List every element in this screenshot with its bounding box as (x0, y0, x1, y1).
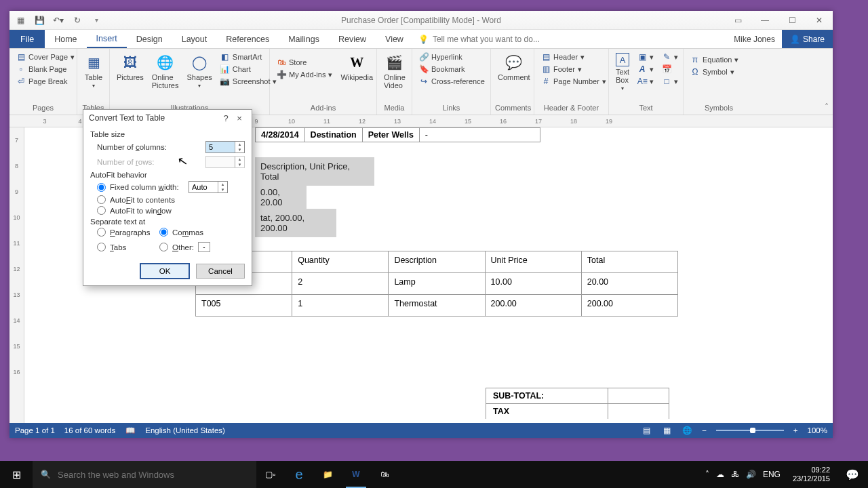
tab-insert[interactable]: Insert (87, 30, 127, 48)
file-explorer-icon[interactable]: 📁 (313, 461, 342, 488)
sep-paragraphs-radio[interactable] (97, 228, 106, 237)
page-number-button[interactable]: #Page Number ▾ (538, 76, 609, 87)
comment-button[interactable]: 💬Comment (495, 52, 533, 83)
tab-home[interactable]: Home (45, 30, 86, 48)
bookmark-button[interactable]: 🔖Bookmark (416, 64, 488, 75)
taskbar-search-input[interactable] (58, 470, 248, 480)
cross-reference-button[interactable]: ↪Cross-reference (416, 76, 488, 87)
sep-other-input[interactable] (198, 242, 210, 252)
doc-header-row: 4/28/2014 Destination Peter Wells - (255, 127, 540, 142)
zoom-in-icon[interactable]: + (793, 426, 798, 434)
status-page[interactable]: Page 1 of 1 (15, 426, 55, 434)
undo-icon[interactable]: ↶▾ (52, 14, 65, 27)
wikipedia-button[interactable]: WWikipedia (338, 52, 376, 83)
num-columns-input[interactable] (206, 142, 235, 152)
num-columns-spinner[interactable]: ▲▼ (205, 141, 245, 153)
tab-design[interactable]: Design (127, 30, 172, 48)
spellcheck-icon[interactable]: 📖 (125, 425, 136, 436)
online-video-button[interactable]: 🎬Online Video (381, 52, 408, 91)
tab-review[interactable]: Review (329, 30, 376, 48)
zoom-level[interactable]: 100% (808, 426, 827, 434)
sep-commas-radio[interactable] (159, 228, 168, 237)
header-button[interactable]: ▤Header ▾ (538, 52, 609, 62)
print-layout-icon[interactable]: ▦ (661, 425, 672, 436)
status-words[interactable]: 16 of 60 words (64, 426, 115, 434)
action-center-icon[interactable]: 💬 (837, 461, 868, 488)
object-button[interactable]: □▾ (659, 76, 681, 87)
cover-page-button[interactable]: ▤Cover Page ▾ (14, 52, 77, 62)
qat-customize-icon[interactable]: ▾ (90, 14, 103, 27)
redo-icon[interactable]: ↻ (71, 14, 84, 27)
ok-button[interactable]: OK (140, 264, 189, 279)
titlebar: ▦ 💾 ↶▾ ↻ ▾ Purchase Order [Compatibility… (9, 11, 833, 30)
maximize-icon[interactable]: ☐ (778, 12, 806, 29)
collapse-ribbon-icon[interactable]: ˄ (825, 102, 829, 112)
store-button[interactable]: 🛍Store (274, 57, 335, 68)
page-break-button[interactable]: ⏎Page Break (14, 76, 77, 87)
zoom-out-icon[interactable]: − (702, 426, 707, 434)
my-addins-button[interactable]: ➕My Add-ins ▾ (274, 69, 335, 80)
quick-parts-button[interactable]: ▣▾ (635, 52, 656, 62)
equation-button[interactable]: πEquation ▾ (688, 54, 741, 65)
fixed-width-input[interactable] (189, 182, 218, 192)
autofit-window-radio[interactable] (97, 206, 106, 215)
tray-onedrive-icon[interactable]: ☁ (716, 470, 724, 479)
tab-view[interactable]: View (376, 30, 413, 48)
tab-mailings[interactable]: Mailings (279, 30, 329, 48)
tab-file[interactable]: File (9, 30, 45, 48)
wordart-button[interactable]: A▾ (635, 64, 656, 75)
word-taskbar-icon[interactable]: W (342, 461, 370, 488)
symbol-button[interactable]: ΩSymbol ▾ (688, 66, 741, 77)
task-view-icon[interactable]: ▢▫ (256, 461, 285, 488)
store-taskbar-icon[interactable]: 🛍 (370, 461, 399, 488)
tray-volume-icon[interactable]: 🔊 (746, 470, 756, 479)
group-media-label: Media (381, 102, 408, 115)
ribbon-options-icon[interactable]: ▭ (724, 12, 751, 29)
fixed-width-spinner[interactable]: ▲▼ (189, 181, 228, 193)
tray-clock[interactable]: 09:22 23/12/2015 (786, 466, 837, 483)
table-button[interactable]: ▦Table▾ (81, 52, 106, 90)
dialog-close-icon[interactable]: × (233, 113, 246, 123)
pictures-button[interactable]: 🖼Pictures (114, 52, 146, 83)
windows-taskbar: ⊞ 🔍 ▢▫ e 📁 W 🛍 ˄ ☁ 🖧 🔊 ENG 09:22 23/12/2… (0, 461, 868, 488)
read-mode-icon[interactable]: ▤ (641, 425, 652, 436)
cancel-button[interactable]: Cancel (196, 264, 245, 279)
textbox-icon: A (616, 53, 629, 66)
tab-layout[interactable]: Layout (172, 30, 217, 48)
sep-tabs-radio[interactable] (97, 243, 106, 251)
save-icon[interactable]: 💾 (33, 14, 46, 27)
vertical-ruler[interactable]: 78910111213141516 (9, 127, 24, 423)
footer-button[interactable]: ▥Footer ▾ (538, 64, 609, 75)
signature-button[interactable]: ✎▾ (659, 52, 681, 62)
text-box-button[interactable]: AText Box▾ (613, 52, 632, 93)
minimize-icon[interactable]: — (751, 12, 778, 29)
zoom-slider[interactable] (716, 430, 784, 431)
datetime-button[interactable]: 📅 (659, 64, 681, 75)
tab-references[interactable]: References (216, 30, 279, 48)
hyperlink-button[interactable]: 🔗Hyperlink (416, 52, 488, 62)
edge-icon[interactable]: e (285, 461, 313, 488)
status-language[interactable]: English (United States) (145, 426, 225, 434)
account-name[interactable]: Mike Jones (727, 30, 782, 48)
share-icon: 👤 (790, 35, 800, 44)
autofit-contents-radio[interactable] (97, 195, 106, 204)
online-pictures-button[interactable]: 🌐Online Pictures (149, 52, 182, 91)
start-button[interactable]: ⊞ (0, 461, 33, 488)
tray-network-icon[interactable]: 🖧 (731, 470, 739, 479)
search-icon: 🔍 (41, 470, 51, 479)
sep-other-radio[interactable] (159, 243, 168, 251)
tray-lang[interactable]: ENG (763, 470, 781, 479)
web-layout-icon[interactable]: 🌐 (682, 425, 692, 436)
close-icon[interactable]: ✕ (806, 12, 833, 29)
shapes-button[interactable]: ◯Shapes▾ (184, 52, 214, 90)
num-rows-spinner: ▲▼ (205, 156, 245, 168)
tray-up-icon[interactable]: ˄ (705, 470, 709, 479)
dialog-help-icon[interactable]: ? (219, 113, 233, 123)
share-button[interactable]: 👤 Share (782, 30, 833, 48)
drop-cap-button[interactable]: A≡▾ (635, 76, 656, 87)
fixed-width-radio[interactable] (97, 183, 106, 192)
tell-me-search[interactable]: 💡 (413, 30, 727, 48)
taskbar-search[interactable]: 🔍 (33, 461, 256, 488)
tell-me-input[interactable] (433, 35, 609, 44)
blank-page-button[interactable]: ▫Blank Page (14, 64, 77, 75)
